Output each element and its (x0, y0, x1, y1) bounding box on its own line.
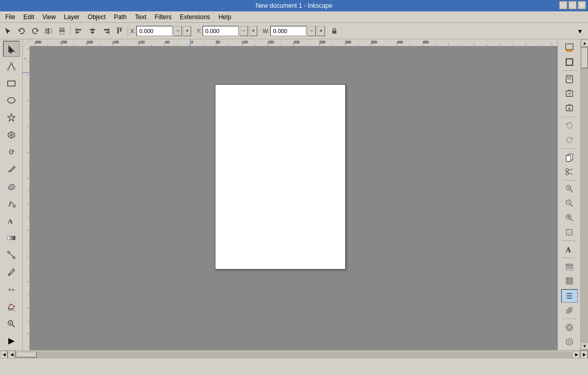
rotate-right-icon (31, 27, 39, 35)
w-input[interactable]: 0.000 (270, 26, 306, 36)
y-plus[interactable]: + (249, 26, 257, 36)
tool-3dbox[interactable] (3, 127, 20, 143)
svg-line-151 (570, 190, 572, 192)
scroll-track-h[interactable] (16, 351, 572, 358)
svg-line-178 (568, 309, 572, 313)
scroll-right-nav[interactable]: ▶ (572, 351, 580, 358)
menu-path[interactable]: Path (110, 12, 131, 22)
tool-gradient[interactable] (3, 230, 20, 246)
objects-icon (565, 276, 574, 286)
rp-import[interactable] (561, 87, 578, 100)
eyedropper-icon (7, 267, 16, 277)
page-prev-button[interactable]: ◀ (8, 351, 16, 358)
menu-file[interactable]: File (1, 12, 19, 22)
y-input[interactable]: 0.000 (203, 26, 239, 36)
tb-align-top[interactable] (113, 25, 126, 37)
tool-ellipse[interactable] (3, 93, 20, 109)
page-next-button[interactable]: ▶ (580, 351, 588, 358)
scroll-left-nav[interactable]: ◀ (0, 351, 8, 358)
rp-redo[interactable] (561, 133, 578, 147)
rp-zoom-out[interactable] (561, 197, 578, 210)
transform-icon (565, 323, 574, 332)
x-plus[interactable]: + (183, 26, 191, 36)
tool-eraser[interactable] (3, 298, 20, 314)
rp-copy[interactable] (561, 151, 578, 164)
canvas-scroll[interactable] (30, 47, 558, 350)
tool-spray[interactable] (3, 281, 20, 297)
rp-layers[interactable] (561, 260, 578, 273)
tool-node[interactable] (3, 58, 20, 74)
menu-view[interactable]: View (38, 12, 60, 22)
tb-more[interactable]: ▾ (574, 25, 586, 37)
menu-object[interactable]: Object (84, 12, 110, 22)
x-minus[interactable]: − (174, 26, 182, 36)
tool-pen[interactable] (3, 161, 20, 177)
w-plus[interactable]: + (317, 26, 325, 36)
scroll-down-button[interactable]: ▼ (581, 342, 588, 350)
tb-align-right[interactable] (100, 25, 112, 37)
svg-rect-139 (566, 80, 572, 82)
menu-layer[interactable]: Layer (60, 12, 84, 22)
rp-bars-active[interactable] (561, 289, 578, 303)
svg-rect-145 (566, 155, 570, 161)
scroll-thumb-v[interactable] (581, 48, 588, 68)
rp-export[interactable] (561, 101, 578, 115)
x-input[interactable]: 0.000 (136, 26, 173, 36)
svg-rect-1 (49, 29, 52, 33)
tool-zoom[interactable] (3, 316, 20, 332)
tb-select[interactable] (2, 25, 14, 37)
menu-filters[interactable]: Filters (150, 12, 176, 22)
tool-select[interactable] (3, 41, 20, 57)
rp-diagonal-bars[interactable] (561, 304, 578, 317)
tool-rect[interactable] (3, 75, 20, 91)
menu-edit[interactable]: Edit (19, 12, 38, 22)
svg-rect-16 (120, 28, 121, 32)
rp-symbol[interactable] (561, 335, 578, 349)
tool-star[interactable] (3, 110, 20, 126)
tb-flip-h[interactable] (42, 25, 55, 37)
tool-eyedropper[interactable] (3, 264, 20, 280)
menu-help[interactable]: Help (214, 12, 236, 22)
lock-proportions-button[interactable] (328, 25, 341, 37)
rp-zoom-drawing[interactable] (561, 226, 578, 239)
y-minus[interactable]: − (240, 26, 248, 36)
tb-rotate-right[interactable] (29, 25, 41, 37)
tool-connector[interactable] (3, 247, 20, 263)
tb-center-h[interactable] (86, 25, 99, 37)
maximize-button[interactable]: □ (568, 1, 577, 9)
tool-more[interactable]: ▶ (3, 333, 20, 349)
svg-marker-24 (7, 114, 14, 121)
rp-transform[interactable] (561, 321, 578, 334)
svg-point-38 (11, 288, 12, 289)
rp-save[interactable] (561, 72, 578, 86)
close-button[interactable]: ✕ (578, 1, 586, 9)
scroll-up-button[interactable]: ▲ (581, 39, 588, 47)
zoom-out-icon (565, 199, 574, 208)
menu-text[interactable]: Text (131, 12, 150, 22)
scroll-thumb-h[interactable] (16, 352, 37, 357)
svg-rect-138 (567, 76, 571, 78)
minimize-button[interactable]: – (559, 1, 567, 9)
rp-cut[interactable] (561, 165, 578, 178)
svg-point-185 (568, 340, 570, 343)
toolbar: X: 0.000 − + Y: 0.000 − + W: 0.000 − + ▾ (0, 23, 588, 39)
rp-fill-color[interactable] (561, 41, 578, 54)
rp-objects[interactable] (561, 274, 578, 288)
rp-stroke-color[interactable] (561, 55, 578, 69)
tb-flip-v[interactable] (56, 25, 68, 37)
ruler-corner (23, 39, 30, 47)
tool-text[interactable]: A (3, 213, 20, 229)
rp-text[interactable]: A (561, 243, 578, 256)
svg-rect-167 (566, 269, 572, 271)
tool-calligraphy[interactable] (3, 178, 20, 194)
tool-fill[interactable] (3, 196, 20, 212)
w-minus[interactable]: − (307, 26, 316, 36)
rp-zoom-in[interactable] (561, 182, 578, 196)
tb-rotate-left[interactable] (16, 25, 28, 37)
rp-zoom-fit[interactable] (561, 211, 578, 224)
scroll-track-v[interactable] (581, 47, 588, 342)
tool-spiral[interactable] (3, 144, 20, 160)
menu-extensions[interactable]: Extensions (176, 12, 214, 22)
rp-undo[interactable] (561, 118, 578, 132)
tb-align-left[interactable] (73, 25, 85, 37)
